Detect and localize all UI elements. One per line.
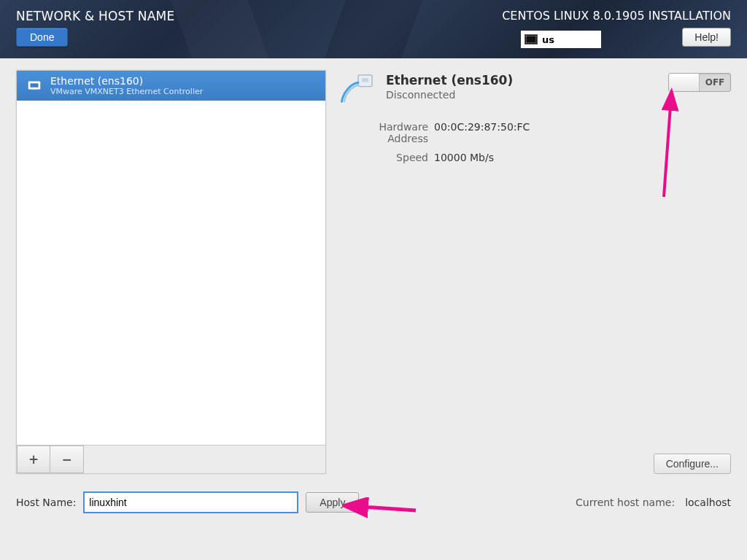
toggle-knob <box>669 74 700 91</box>
apply-button[interactable]: Apply <box>306 492 359 513</box>
hostname-label: Host Name: <box>16 497 76 508</box>
device-item-ethernet[interactable]: Ethernet (ens160) VMware VMXNET3 Etherne… <box>17 71 325 101</box>
device-name: Ethernet (ens160) <box>50 75 203 87</box>
connection-info: Hardware Address 00:0C:29:87:50:FC Speed… <box>339 121 731 163</box>
svg-rect-4 <box>362 78 368 82</box>
ethernet-icon <box>24 76 44 96</box>
add-device-button[interactable]: + <box>17 446 50 473</box>
hostname-input[interactable] <box>83 491 298 513</box>
hw-address-value: 00:0C:29:87:50:FC <box>434 121 731 144</box>
done-button[interactable]: Done <box>16 28 68 47</box>
header-bar: NETWORK & HOST NAME CENTOS LINUX 8.0.190… <box>0 0 747 58</box>
connection-title: Ethernet (ens160) <box>386 73 513 88</box>
device-list-panel: Ethernet (ens160) VMware VMXNET3 Etherne… <box>16 70 326 474</box>
device-detail-panel: Ethernet (ens160) Disconnected OFF Hardw… <box>339 70 731 474</box>
hostname-bar: Host Name: Apply Current host name: loca… <box>0 481 747 513</box>
device-list[interactable]: Ethernet (ens160) VMware VMXNET3 Etherne… <box>17 71 325 445</box>
device-list-toolbar: + − <box>17 445 325 473</box>
device-controller: VMware VMXNET3 Ethernet Controller <box>50 87 203 96</box>
connection-toggle[interactable]: OFF <box>668 73 731 92</box>
help-button[interactable]: Help! <box>682 28 731 47</box>
workspace: Ethernet (ens160) VMware VMXNET3 Etherne… <box>0 58 747 481</box>
toggle-label: OFF <box>700 74 730 91</box>
remove-device-button[interactable]: − <box>50 446 84 473</box>
current-hostname-value: localhost <box>685 497 731 508</box>
installer-title: CENTOS LINUX 8.0.1905 INSTALLATION <box>502 9 731 23</box>
connection-status: Disconnected <box>386 89 513 101</box>
hw-address-label: Hardware Address <box>339 121 428 144</box>
svg-rect-2 <box>32 87 36 89</box>
svg-rect-1 <box>31 83 39 88</box>
network-cable-icon <box>339 73 377 105</box>
keyboard-layout-indicator[interactable]: us <box>521 31 601 48</box>
speed-value: 10000 Mb/s <box>434 152 731 163</box>
configure-button[interactable]: Configure... <box>654 454 731 474</box>
current-hostname-label: Current host name: <box>576 497 675 508</box>
keyboard-icon <box>525 34 538 44</box>
toolbar-spacer <box>84 446 325 473</box>
keyboard-layout-label: us <box>542 34 554 45</box>
screen-title: NETWORK & HOST NAME <box>16 9 174 23</box>
speed-label: Speed <box>339 152 428 163</box>
